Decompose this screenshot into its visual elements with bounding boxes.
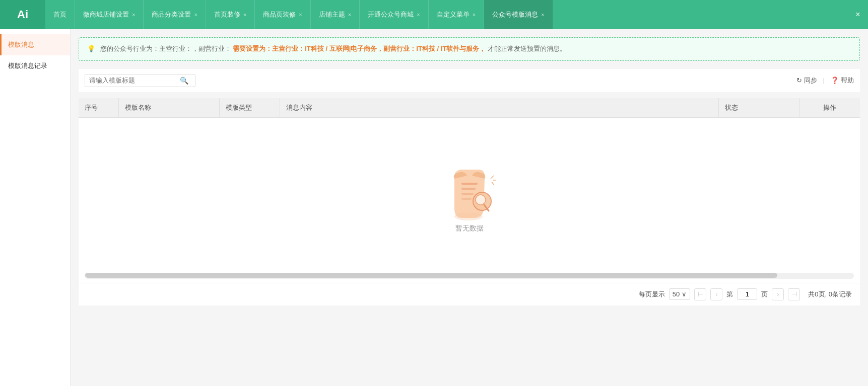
sidebar-item-0[interactable]: 模版消息 — [0, 34, 70, 55]
sync-button[interactable]: ↻ 同步 — [796, 76, 817, 85]
search-input-wrap: 🔍 — [85, 74, 195, 87]
notice-prefix: 您的公众号行业为：主营行业：，副营行业： — [100, 45, 231, 52]
top-navigation: Ai 首页微商城店铺设置×商品分类设置×首页装修×商品页装修×店铺主题×开通公众… — [0, 0, 868, 29]
chevron-down-icon: ∨ — [682, 290, 687, 298]
first-page-button[interactable]: ⊢ — [694, 288, 706, 300]
search-icon[interactable]: 🔍 — [180, 76, 188, 85]
notice-box: 💡 您的公众号行业为：主营行业：，副营行业： 需要设置为：主营行业：IT科技 /… — [79, 37, 860, 61]
help-label: 帮助 — [841, 76, 854, 85]
tab-item-5[interactable]: 店铺主题× — [311, 0, 360, 29]
tab-item-4[interactable]: 商品页装修× — [255, 0, 310, 29]
total-info: 共0页, 0条记录 — [808, 290, 852, 299]
search-toolbar: 🔍 ↻ 同步 | ❓ 帮助 — [79, 69, 860, 92]
main-layout: 模版消息模版消息记录 💡 您的公众号行业为：主营行业：，副营行业： 需要设置为：… — [0, 29, 868, 386]
sidebar-item-1[interactable]: 模版消息记录 — [0, 55, 70, 76]
table-header: 序号 模版名称 模版类型 消息内容 状态 操作 — [79, 98, 860, 118]
toolbar-divider: | — [823, 76, 825, 84]
toolbar-right: ↻ 同步 | ❓ 帮助 — [796, 76, 854, 85]
pagination: 每页显示 50 ∨ ⊢ ‹ 第 页 › ⊣ 共0页, 0条记录 — [79, 283, 860, 305]
content-area: 💡 您的公众号行业为：主营行业：，副营行业： 需要设置为：主营行业：IT科技 /… — [71, 29, 868, 386]
prev-page-button[interactable]: ‹ — [710, 288, 722, 300]
tab-bar: 首页微商城店铺设置×商品分类设置×首页装修×商品页装修×店铺主题×开通公众号商城… — [45, 0, 848, 29]
col-status: 状态 — [719, 98, 799, 117]
last-page-button[interactable]: ⊣ — [788, 288, 800, 300]
sidebar: 模版消息模版消息记录 — [0, 29, 71, 386]
per-page-value: 50 — [673, 290, 680, 298]
col-index: 序号 — [79, 98, 119, 117]
page-input[interactable] — [737, 288, 757, 300]
sync-icon: ↻ — [796, 76, 802, 84]
page-unit: 页 — [761, 290, 768, 299]
app-logo: Ai — [0, 0, 45, 29]
notice-highlight: 需要设置为：主营行业：IT科技 / 互联网|电子商务，副营行业：IT科技 / I… — [233, 45, 486, 52]
tab-close-icon-7[interactable]: × — [473, 12, 476, 18]
tab-close-icon-4[interactable]: × — [299, 12, 302, 18]
help-icon: ❓ — [831, 76, 839, 84]
tab-item-8[interactable]: 公众号模版消息× — [484, 0, 553, 29]
tab-close-icon-5[interactable]: × — [348, 12, 351, 18]
svg-line-10 — [492, 182, 494, 185]
svg-rect-2 — [461, 188, 476, 190]
tab-item-2[interactable]: 商品分类设置× — [144, 0, 206, 29]
data-table: 序号 模版名称 模版类型 消息内容 状态 操作 — [79, 98, 860, 305]
per-page-select[interactable]: 50 ∨ — [669, 288, 690, 300]
tab-close-icon-3[interactable]: × — [243, 12, 246, 18]
next-page-button[interactable]: › — [772, 288, 784, 300]
tab-item-3[interactable]: 首页装修× — [206, 0, 255, 29]
empty-state: 暂无数据 — [439, 143, 500, 243]
tab-close-icon-8[interactable]: × — [541, 12, 544, 18]
col-action: 操作 — [799, 98, 860, 117]
col-type: 模版类型 — [220, 98, 280, 117]
sync-label: 同步 — [804, 76, 817, 85]
tab-item-1[interactable]: 微商城店铺设置× — [75, 0, 144, 29]
per-page-label: 每页显示 — [639, 290, 665, 299]
tab-item-6[interactable]: 开通公众号商城× — [360, 0, 428, 29]
tab-close-icon-2[interactable]: × — [194, 12, 197, 18]
tab-item-7[interactable]: 自定义菜单× — [429, 0, 484, 29]
page-label: 第 — [726, 290, 733, 299]
empty-text: 暂无数据 — [455, 224, 484, 233]
horizontal-scrollbar[interactable] — [85, 273, 854, 279]
svg-line-8 — [491, 176, 494, 179]
svg-rect-1 — [461, 183, 478, 185]
tab-close-icon-6[interactable]: × — [417, 12, 420, 18]
svg-point-6 — [476, 195, 486, 205]
col-content: 消息内容 — [280, 98, 719, 117]
svg-rect-3 — [461, 193, 474, 195]
help-button[interactable]: ❓ 帮助 — [831, 76, 854, 85]
col-name: 模版名称 — [119, 98, 220, 117]
svg-rect-4 — [461, 198, 472, 200]
tab-close-icon-1[interactable]: × — [132, 12, 135, 18]
tab-item-0[interactable]: 首页 — [45, 0, 75, 29]
scroll-thumb[interactable] — [85, 273, 777, 278]
empty-illustration — [439, 164, 500, 224]
lightbulb-icon: 💡 — [87, 45, 95, 52]
notice-suffix: 才能正常发送预置的消息。 — [488, 45, 566, 52]
close-all-button[interactable]: × — [848, 0, 868, 29]
search-input[interactable] — [89, 76, 180, 84]
table-body: 暂无数据 — [79, 118, 860, 269]
